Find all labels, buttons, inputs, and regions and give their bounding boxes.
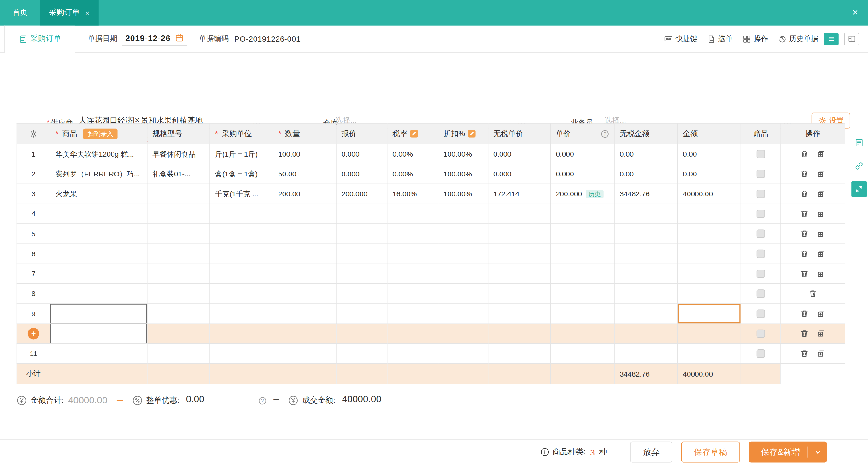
- cell-amount[interactable]: 40000.00: [678, 184, 741, 204]
- abandon-button[interactable]: 放弃: [630, 442, 673, 463]
- cell-amount[interactable]: [678, 284, 741, 303]
- cell-spec[interactable]: [147, 224, 210, 244]
- layout-view-button[interactable]: [844, 32, 859, 45]
- cell-product[interactable]: [50, 224, 147, 244]
- help-icon[interactable]: ?: [601, 129, 609, 138]
- window-close-icon[interactable]: ×: [842, 0, 868, 26]
- cell-price[interactable]: [551, 323, 614, 343]
- cell-qty[interactable]: [273, 303, 336, 323]
- cell-tax[interactable]: [387, 323, 438, 343]
- help-icon[interactable]: ?: [258, 397, 266, 405]
- cell-discount[interactable]: 100.00%: [438, 184, 488, 204]
- select-doc-button[interactable]: 选单: [707, 34, 733, 44]
- cell-untaxed_amount[interactable]: [614, 224, 678, 244]
- cell-product[interactable]: [50, 323, 147, 343]
- cell-untaxed_price[interactable]: [488, 284, 551, 303]
- cell-amount[interactable]: [678, 323, 741, 343]
- delete-row-icon[interactable]: [801, 310, 809, 318]
- notes-button[interactable]: [851, 135, 867, 150]
- cell-unit[interactable]: [210, 323, 273, 343]
- tab-purchase-order[interactable]: 采购订单 ×: [40, 0, 99, 26]
- cell-quote[interactable]: 0.000: [336, 164, 387, 184]
- cell-untaxed_amount[interactable]: [614, 284, 678, 303]
- cell-price[interactable]: 200.000历史: [551, 184, 614, 204]
- cell-unit[interactable]: 斤(1斤 = 1斤): [210, 144, 273, 164]
- cell-amount[interactable]: 0.00: [678, 144, 741, 164]
- cell-quote[interactable]: 200.000: [336, 184, 387, 204]
- page-tab-purchase-order[interactable]: 采购订单: [4, 25, 75, 53]
- save-options-caret[interactable]: [808, 442, 827, 463]
- gift-checkbox[interactable]: [757, 349, 765, 358]
- cell-price[interactable]: [551, 244, 614, 264]
- list-view-button[interactable]: [824, 32, 838, 45]
- delete-row-icon[interactable]: [801, 190, 809, 198]
- cell-spec[interactable]: 早餐休闲食品: [147, 144, 210, 164]
- history-docs-button[interactable]: 历史单据: [778, 34, 818, 44]
- cell-amount[interactable]: 0.00: [678, 164, 741, 184]
- cell-tax[interactable]: [387, 284, 438, 303]
- cell-untaxed_price[interactable]: [488, 264, 551, 284]
- batch-edit-icon[interactable]: [410, 130, 418, 138]
- cell-product[interactable]: [50, 244, 147, 264]
- cell-product[interactable]: [50, 204, 147, 224]
- cell-unit[interactable]: [210, 303, 273, 323]
- cell-quote[interactable]: [336, 244, 387, 264]
- cell-quote[interactable]: [336, 303, 387, 323]
- cell-product[interactable]: 华美华夫软饼1200g 糕...: [50, 144, 147, 164]
- cell-untaxed_amount[interactable]: [614, 204, 678, 224]
- gift-checkbox[interactable]: [757, 170, 765, 178]
- cell-untaxed_price[interactable]: [488, 344, 551, 364]
- copy-row-icon[interactable]: [817, 250, 825, 258]
- copy-row-icon[interactable]: [817, 329, 825, 338]
- cell-spec[interactable]: [147, 303, 210, 323]
- copy-row-icon[interactable]: [817, 190, 825, 198]
- gift-checkbox[interactable]: [757, 230, 765, 238]
- cell-quote[interactable]: [336, 204, 387, 224]
- cell-untaxed_amount[interactable]: 0.00: [614, 144, 678, 164]
- cell-product[interactable]: [50, 284, 147, 303]
- cell-untaxed_price[interactable]: [488, 323, 551, 343]
- copy-row-icon[interactable]: [817, 170, 825, 178]
- cell-discount[interactable]: [438, 344, 488, 364]
- cell-discount[interactable]: 100.00%: [438, 144, 488, 164]
- cell-qty[interactable]: [273, 284, 336, 303]
- cell-untaxed_price[interactable]: 0.000: [488, 144, 551, 164]
- cell-product[interactable]: [50, 303, 147, 323]
- cell-qty[interactable]: [273, 323, 336, 343]
- cell-tax[interactable]: [387, 344, 438, 364]
- delete-row-icon[interactable]: [801, 269, 809, 278]
- cell-discount[interactable]: [438, 303, 488, 323]
- copy-row-icon[interactable]: [817, 310, 825, 318]
- cell-qty[interactable]: [273, 344, 336, 364]
- cell-price[interactable]: 0.000: [551, 144, 614, 164]
- gear-icon[interactable]: [29, 129, 37, 138]
- delete-row-icon[interactable]: [809, 289, 817, 298]
- cell-tax[interactable]: [387, 264, 438, 284]
- deal-amount-input[interactable]: 40000.00: [340, 394, 437, 407]
- col-header-num[interactable]: [17, 123, 50, 144]
- shortcut-keys-button[interactable]: 快捷键: [664, 34, 697, 44]
- cell-product[interactable]: 火龙果: [50, 184, 147, 204]
- cell-tax[interactable]: [387, 204, 438, 224]
- cell-qty[interactable]: [273, 224, 336, 244]
- cell-tax[interactable]: 0.00%: [387, 164, 438, 184]
- cell-quote[interactable]: [336, 264, 387, 284]
- cell-price[interactable]: [551, 303, 614, 323]
- cell-amount[interactable]: [678, 264, 741, 284]
- cell-quote[interactable]: [336, 344, 387, 364]
- cell-discount[interactable]: [438, 264, 488, 284]
- cell-unit[interactable]: [210, 284, 273, 303]
- save-and-new-button[interactable]: 保存&新增: [749, 442, 827, 463]
- cell-spec[interactable]: [147, 284, 210, 303]
- copy-row-icon[interactable]: [817, 230, 825, 238]
- cell-untaxed_price[interactable]: [488, 204, 551, 224]
- copy-row-icon[interactable]: [817, 150, 825, 158]
- cell-tax[interactable]: 0.00%: [387, 144, 438, 164]
- cell-untaxed_price[interactable]: 172.414: [488, 184, 551, 204]
- cell-spec[interactable]: 礼盒装01-...: [147, 164, 210, 184]
- cell-untaxed_price[interactable]: 0.000: [488, 164, 551, 184]
- operations-button[interactable]: 操作: [743, 34, 768, 44]
- fullscreen-button[interactable]: [851, 181, 867, 197]
- cell-price[interactable]: [551, 264, 614, 284]
- cell-spec[interactable]: [147, 204, 210, 224]
